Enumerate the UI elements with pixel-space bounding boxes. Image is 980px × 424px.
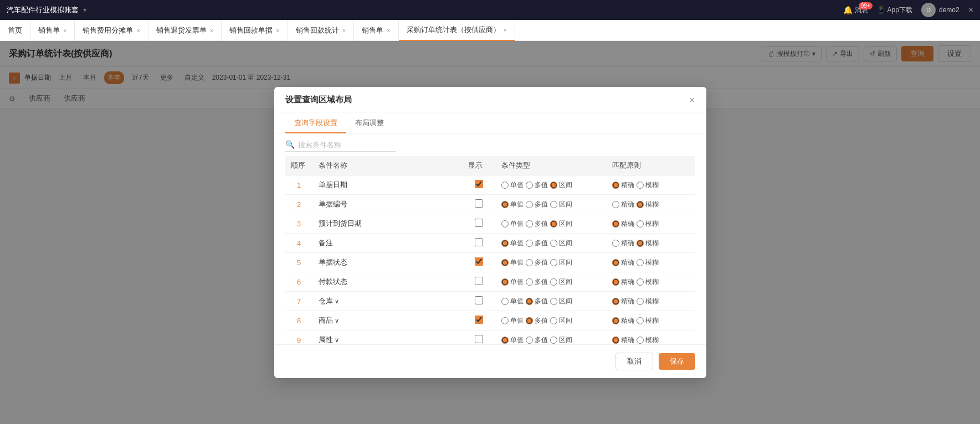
type-multi-label-5[interactable]: 多值	[526, 258, 548, 267]
match-fuzzy-8[interactable]	[637, 317, 644, 324]
show-checkbox-3[interactable]	[475, 219, 483, 227]
tab-payment-stats[interactable]: 销售回款统计 ×	[288, 20, 354, 41]
tab-payment-stats-close[interactable]: ×	[342, 27, 346, 34]
type-range-2[interactable]	[550, 201, 557, 208]
tab-sales2-close[interactable]: ×	[387, 27, 390, 34]
match-fuzzy-label-7[interactable]: 模糊	[637, 297, 659, 306]
type-single-9[interactable]	[501, 337, 509, 344]
type-multi-label-9[interactable]: 多值	[526, 335, 548, 345]
match-exact-label-1[interactable]: 精确	[612, 180, 634, 190]
tab-sales-fee-close[interactable]: ×	[136, 27, 140, 34]
type-single-label-7[interactable]: 单值	[501, 297, 524, 306]
type-range-label-6[interactable]: 区间	[550, 277, 572, 287]
match-fuzzy-9[interactable]	[637, 337, 644, 344]
match-exact-6[interactable]	[612, 278, 619, 286]
show-checkbox-4[interactable]	[475, 238, 483, 246]
match-exact-3[interactable]	[612, 220, 619, 227]
match-exact-4[interactable]	[612, 240, 619, 247]
show-checkbox-2[interactable]	[475, 199, 483, 208]
type-single-label-6[interactable]: 单值	[501, 277, 524, 287]
match-fuzzy-3[interactable]	[637, 220, 644, 227]
cancel-button[interactable]: 取消	[615, 353, 653, 370]
match-fuzzy-label-4[interactable]: 模糊	[637, 239, 659, 248]
match-fuzzy-label-3[interactable]: 模糊	[637, 219, 659, 229]
tab-purchase-stats[interactable]: 采购订单统计表（按供应商） ×	[399, 20, 515, 41]
show-checkbox-8[interactable]	[475, 316, 483, 324]
type-range-label-1[interactable]: 区间	[550, 180, 572, 190]
type-multi-6[interactable]	[526, 278, 533, 286]
search-input[interactable]	[298, 141, 387, 149]
type-single-3[interactable]	[501, 220, 509, 227]
match-exact-2[interactable]	[612, 201, 619, 208]
type-single-1[interactable]	[501, 182, 509, 189]
type-range-5[interactable]	[550, 259, 557, 266]
modal-close-button[interactable]: ×	[689, 95, 695, 105]
match-fuzzy-label-8[interactable]: 模糊	[637, 316, 659, 325]
tab-query-fields[interactable]: 查询字段设置	[285, 112, 346, 133]
type-range-7[interactable]	[550, 298, 557, 305]
notification-button[interactable]: 🔔 消息 99+	[843, 6, 868, 15]
type-multi-9[interactable]	[526, 337, 533, 344]
type-single-label-5[interactable]: 单值	[501, 258, 524, 267]
type-single-4[interactable]	[501, 240, 509, 247]
type-single-8[interactable]	[501, 317, 509, 324]
type-range-label-4[interactable]: 区间	[550, 239, 572, 248]
type-range-label-9[interactable]: 区间	[550, 335, 572, 345]
type-single-label-3[interactable]: 单值	[501, 219, 524, 229]
match-fuzzy-2[interactable]	[637, 201, 644, 208]
match-fuzzy-label-1[interactable]: 模糊	[637, 180, 659, 190]
type-single-label-1[interactable]: 单值	[501, 180, 524, 190]
type-single-5[interactable]	[501, 259, 509, 266]
tab-sales[interactable]: 销售单 ×	[30, 20, 75, 41]
dropdown-arrow-icon[interactable]: ▾	[83, 6, 86, 14]
type-range-1[interactable]	[550, 182, 557, 189]
match-fuzzy-1[interactable]	[637, 182, 644, 189]
type-multi-label-2[interactable]: 多值	[526, 200, 548, 209]
type-single-label-8[interactable]: 单值	[501, 316, 524, 325]
match-exact-label-4[interactable]: 精确	[612, 239, 634, 248]
match-exact-5[interactable]	[612, 259, 619, 266]
tab-sales-fee[interactable]: 销售费用分摊单 ×	[75, 20, 148, 41]
type-multi-1[interactable]	[526, 182, 533, 189]
save-button[interactable]: 保存	[659, 353, 695, 370]
type-range-label-3[interactable]: 区间	[550, 219, 572, 229]
match-fuzzy-label-9[interactable]: 模糊	[637, 335, 659, 345]
tab-purchase-stats-close[interactable]: ×	[504, 27, 507, 33]
match-exact-label-7[interactable]: 精确	[612, 297, 634, 306]
type-range-4[interactable]	[550, 240, 557, 247]
match-exact-label-2[interactable]: 精确	[612, 200, 634, 209]
type-range-8[interactable]	[550, 317, 557, 324]
type-multi-8[interactable]	[526, 317, 533, 324]
type-single-6[interactable]	[501, 278, 509, 286]
match-exact-8[interactable]	[612, 317, 619, 324]
match-fuzzy-7[interactable]	[637, 298, 644, 305]
match-exact-label-5[interactable]: 精确	[612, 258, 634, 267]
type-single-2[interactable]	[501, 201, 509, 208]
tab-home[interactable]: 首页	[0, 20, 30, 41]
user-area[interactable]: D demo2	[921, 3, 960, 17]
type-multi-label-4[interactable]: 多值	[526, 239, 548, 248]
type-multi-2[interactable]	[526, 201, 533, 208]
type-multi-label-8[interactable]: 多值	[526, 316, 548, 325]
match-fuzzy-4[interactable]	[637, 240, 644, 247]
show-checkbox-6[interactable]	[475, 277, 483, 285]
type-multi-label-3[interactable]: 多值	[526, 219, 548, 229]
top-close-button[interactable]: ×	[968, 5, 973, 15]
tab-sales-return[interactable]: 销售退货发票单 ×	[148, 20, 222, 41]
show-checkbox-5[interactable]	[475, 257, 483, 266]
match-exact-1[interactable]	[612, 182, 619, 189]
match-exact-label-3[interactable]: 精确	[612, 219, 634, 229]
show-checkbox-1[interactable]	[475, 180, 483, 188]
type-multi-label-1[interactable]: 多值	[526, 180, 548, 190]
type-single-label-9[interactable]: 单值	[501, 335, 524, 345]
type-range-6[interactable]	[550, 278, 557, 286]
show-checkbox-7[interactable]	[475, 296, 483, 304]
match-fuzzy-label-6[interactable]: 模糊	[637, 277, 659, 287]
type-multi-5[interactable]	[526, 259, 533, 266]
type-range-label-2[interactable]: 区间	[550, 200, 572, 209]
type-range-label-7[interactable]: 区间	[550, 297, 572, 306]
type-range-label-5[interactable]: 区间	[550, 258, 572, 267]
type-multi-label-7[interactable]: 多值	[526, 297, 548, 306]
match-fuzzy-6[interactable]	[637, 278, 644, 286]
match-exact-label-6[interactable]: 精确	[612, 277, 634, 287]
